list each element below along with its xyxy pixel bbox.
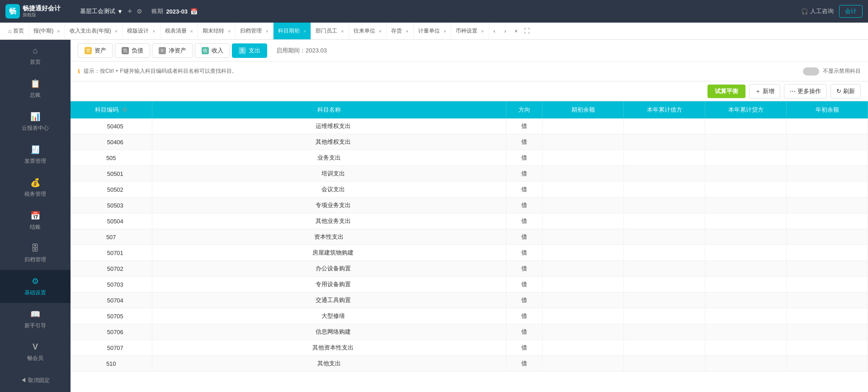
filter-tab-income[interactable]: 收 收入 [195,43,230,58]
table-row[interactable]: 50702 办公设备购置 借 [71,261,868,277]
unpin-button[interactable]: ◀ 取消固定 [4,373,67,388]
action-bar: 试算平衡 ＋ + 新增 新增 ⋯ 更多操作 ↻ 刷新 [71,81,868,101]
table-row[interactable]: 50704 交通工具购置 借 [71,293,868,308]
tab-income-annual[interactable]: 收入支出表(年报) × [65,23,123,40]
calendar-icon[interactable]: 📅 [190,8,198,15]
sidebar-item-guide[interactable]: 📖 新手引导 [0,303,71,336]
tab-close-template[interactable]: × [152,28,155,34]
cell-code: 50704 [71,293,152,308]
tab-period-end[interactable]: 期末结转 × [198,23,236,40]
tab-currency[interactable]: 币种设置 × [451,23,489,40]
sidebar-item-close[interactable]: 📅 结账 [0,204,71,237]
table-row[interactable]: 50501 培训支出 借 [71,166,868,182]
cell-year-start-balance [787,308,868,324]
company-selector[interactable]: 基层工会测试 ▼ [80,7,123,15]
table-row[interactable]: 50705 大型修缮 借 [71,308,868,324]
help-button[interactable]: 🎧 人工咨询 [801,7,834,15]
sidebar-item-report[interactable]: 📊 云报表中心 [0,105,71,138]
filter-tab-liability[interactable]: 负 负债 [115,43,150,58]
tab-expand[interactable]: ⛶ [522,26,533,37]
table-row[interactable]: 50701 房屋建筑物购建 借 [71,245,868,261]
tab-close-dept-staff[interactable]: × [341,28,344,34]
tab-home[interactable]: ⌂ 首页 [4,23,29,40]
liability-icon: 负 [122,47,129,54]
table-row[interactable]: 50707 其他资本性支出 借 [71,340,868,356]
cell-ytd-credit [705,340,787,356]
filter-tab-expenditure[interactable]: 支 支出 [232,43,267,58]
tab-period-report[interactable]: 报(中期) × [29,23,65,40]
sidebar-item-tax[interactable]: 💰 税务管理 [0,171,71,204]
tab-scroll-left[interactable]: ‹ [489,26,500,37]
cell-opening-balance [542,118,624,134]
more-operations-button[interactable]: ⋯ 更多操作 [784,84,827,99]
tab-scroll-right[interactable]: › [500,26,511,37]
table-row[interactable]: 50503 专项业务支出 借 [71,198,868,213]
tax-icon: 💰 [30,178,40,188]
table-row[interactable]: 50502 会议支出 借 [71,182,868,198]
cell-ytd-credit [705,229,787,245]
tab-tax[interactable]: 税表清册 × [160,23,198,40]
cell-ytd-debit [624,198,705,213]
tab-dept-staff[interactable]: 部门员工 × [311,23,349,40]
table-row[interactable]: 50504 其他业务支出 借 [71,213,868,229]
sidebar-item-archive[interactable]: 🗄 归档管理 [0,237,71,270]
cell-code: 50706 [71,324,152,340]
sidebar-item-ledger[interactable]: 📋 总账 [0,72,71,105]
cell-dir: 借 [506,324,542,340]
cell-dir: 借 [506,166,542,182]
tab-close-subject-init[interactable]: × [303,28,306,34]
tab-close-all[interactable]: × [511,26,522,37]
table-row[interactable]: 50405 运维维权支出 借 [71,118,868,134]
tab-close-income-annual[interactable]: × [115,28,118,34]
filter-tab-asset[interactable]: 资 资产 [78,43,113,58]
tab-close-units[interactable]: × [379,28,382,34]
tab-template[interactable]: 模版设计 × [123,23,160,40]
cell-year-start-balance [787,213,868,229]
tab-close-currency[interactable]: × [481,28,484,34]
tab-close-measure-unit[interactable]: × [443,28,446,34]
home-icon: ⌂ [33,46,38,56]
tab-measure-unit[interactable]: 计量单位 × [414,23,451,40]
settings-icon[interactable]: ⚙ [137,8,142,15]
sidebar-item-invoice[interactable]: 🧾 发票管理 [0,138,71,171]
cell-opening-balance [542,198,624,213]
app-edition: 旗舰版 [23,12,61,18]
tab-close-archive-mgmt[interactable]: × [265,28,268,34]
cell-name: 培训支出 [152,166,506,182]
tab-close-inventory[interactable]: × [406,28,408,34]
sidebar-item-settings[interactable]: ⚙ 基础设置 [0,270,71,303]
add-button[interactable]: ＋ + 新增 新增 [749,84,780,99]
table-row[interactable]: 510 其他支出 借 [71,356,868,372]
cell-year-start-balance [787,182,868,198]
tab-subject-init[interactable]: 科目期初 × [274,23,311,40]
disable-toggle[interactable] [803,67,819,76]
filter-tab-net-asset[interactable]: ≡ 净资产 [152,43,193,58]
tab-bar: ⌂ 首页 报(中期) × 收入支出表(年报) × 模版设计 × 税表清册 × 期… [0,23,868,40]
sidebar-item-home[interactable]: ⌂ 首页 [0,40,71,72]
cell-ytd-debit [624,340,705,356]
balance-button[interactable]: 试算平衡 [708,85,745,98]
account-button[interactable]: 会计 [839,5,863,18]
table-row[interactable]: 50406 其他维权支出 借 [71,134,868,150]
sidebar-item-member[interactable]: V 畅会员 [0,336,71,368]
col-header-ytd-credit: 本年累计贷方 [705,101,787,118]
tab-close-period-end[interactable]: × [228,28,231,34]
tab-inventory[interactable]: 存货 × [387,23,413,40]
refresh-button[interactable]: ↻ 刷新 [830,84,861,99]
cell-ytd-credit [705,134,787,150]
cell-name: 其他支出 [152,356,506,372]
table-row[interactable]: 50706 信息网络购建 借 [71,324,868,340]
headset-icon: 🎧 [801,8,808,15]
table-row[interactable]: 507 资本性支出 借 [71,229,868,245]
table-row[interactable]: 505 业务支出 借 [71,150,868,166]
tab-close-period-report[interactable]: × [57,28,60,34]
tab-archive-mgmt[interactable]: 归档管理 × [236,23,273,40]
table-container: 科目编码 ⚙ 科目名称 方向 期初余额 本年累计借方 本年累计贷方 年初余额 5… [71,101,868,392]
cell-name: 资本性支出 [152,229,506,245]
cell-ytd-debit [624,277,705,293]
column-settings-icon[interactable]: ⚙ [122,106,127,113]
tab-close-tax[interactable]: × [190,28,193,34]
add-company-btn[interactable]: + [127,7,132,16]
tab-units[interactable]: 往来单位 × [349,23,387,40]
table-row[interactable]: 50703 专用设备购置 借 [71,277,868,293]
